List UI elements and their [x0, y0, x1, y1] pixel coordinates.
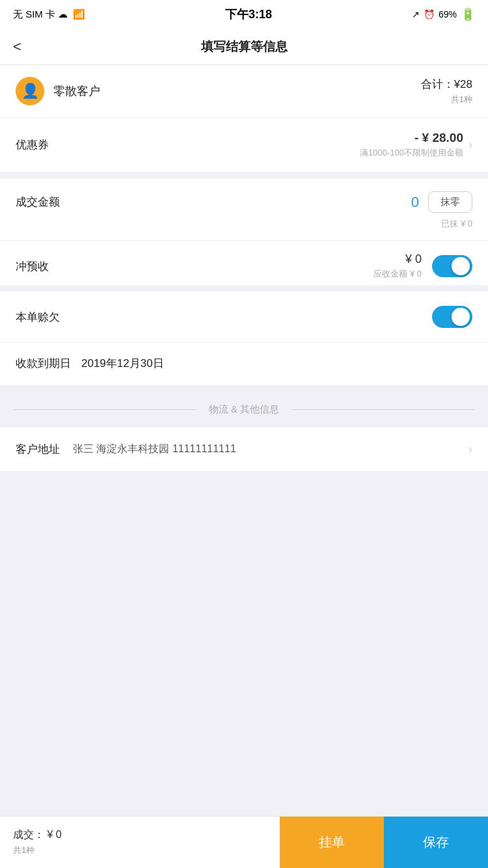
bottom-count-label: 共1种 [13, 845, 267, 856]
page-title: 填写结算等信息 [201, 38, 288, 55]
sim-text: 无 SIM 卡 ☁ [13, 8, 68, 21]
hang-button[interactable]: 挂单 [280, 817, 384, 868]
coupon-value: - ¥ 28.00 满1000-100不限制使用金额 [360, 131, 463, 159]
debt-row: 本单赊欠 [0, 292, 488, 342]
coupon-row[interactable]: 优惠券 - ¥ 28.00 满1000-100不限制使用金额 › [0, 117, 488, 172]
prepay-right: ¥ 0 应收金额 ¥ 0 [373, 252, 472, 280]
address-label: 客户地址 [16, 442, 60, 457]
customer-total: 合计：¥28 共1种 [421, 77, 472, 105]
customer-row: 👤 零散客户 合计：¥28 共1种 [0, 65, 488, 117]
prepay-sub: 应收金额 ¥ 0 [373, 268, 422, 280]
deal-amount: 0 [411, 194, 419, 211]
due-date-row: 收款到期日 2019年12月30日 [0, 342, 488, 385]
nav-bar: < 填写结算等信息 [0, 29, 488, 65]
customer-name: 零散客户 [53, 83, 100, 99]
status-time: 下午3:18 [225, 7, 272, 22]
due-label: 收款到期日 [16, 356, 71, 371]
divider-line-left [13, 409, 196, 410]
empty-space [0, 478, 488, 608]
prepay-toggle[interactable] [432, 255, 472, 277]
customer-section: 👤 零散客户 合计：¥28 共1种 优惠券 - ¥ 28.00 满1000-10… [0, 65, 488, 172]
address-value: 张三 海淀永丰科技园 11111111111 [73, 442, 468, 456]
divider-section: 物流 & 其他信息 [0, 392, 488, 427]
prepay-amount: ¥ 0 [373, 252, 422, 266]
chevron-right-icon: › [468, 442, 472, 456]
divider-text: 物流 & 其他信息 [209, 403, 279, 416]
coupon-discount: - ¥ 28.00 [360, 131, 463, 145]
total-count: 共1种 [421, 94, 472, 105]
coupon-desc: 满1000-100不限制使用金额 [360, 147, 463, 159]
divider-line-right [292, 409, 475, 410]
debt-label: 本单赊欠 [16, 310, 60, 325]
due-date: 2019年12月30日 [81, 356, 164, 371]
address-section: 客户地址 张三 海淀永丰科技园 11111111111 › [0, 427, 488, 471]
address-row[interactable]: 客户地址 张三 海淀永丰科技园 11111111111 › [0, 427, 488, 471]
debt-toggle[interactable] [432, 306, 472, 328]
deal-label: 成交金额 [16, 195, 60, 210]
coupon-right: - ¥ 28.00 满1000-100不限制使用金额 › [360, 131, 472, 159]
status-right: ↗ ⏰ 69% 🔋 [412, 7, 475, 21]
deal-sub: 已抹 ¥ 0 [0, 218, 488, 240]
deal-section: 成交金额 0 抹零 已抹 ¥ 0 冲预收 ¥ 0 应收金额 ¥ 0 [0, 178, 488, 285]
prepay-value: ¥ 0 应收金额 ¥ 0 [373, 252, 422, 280]
save-button[interactable]: 保存 [384, 817, 488, 868]
battery-text: 69% [439, 9, 457, 20]
prepay-label: 冲预收 [16, 259, 49, 274]
alarm-icon: ⏰ [424, 9, 435, 20]
customer-info: 👤 零散客户 [16, 77, 100, 105]
total-amount: 合计：¥28 [421, 77, 472, 92]
chevron-right-icon: › [468, 138, 472, 152]
deal-row: 成交金额 0 抹零 [0, 178, 488, 218]
wifi-icon: 📶 [73, 8, 85, 20]
bottom-bar: 成交： ¥ 0 共1种 挂单 保存 [0, 816, 488, 868]
coupon-label: 优惠券 [16, 137, 49, 152]
round-button[interactable]: 抹零 [428, 191, 472, 213]
location-icon: ↗ [412, 9, 420, 20]
bottom-deal-label: 成交： ¥ 0 [13, 828, 267, 842]
prepay-row: 冲预收 ¥ 0 应收金额 ¥ 0 [0, 240, 488, 285]
avatar: 👤 [16, 77, 44, 105]
address-chevron: › [468, 442, 472, 456]
debt-section: 本单赊欠 收款到期日 2019年12月30日 [0, 292, 488, 385]
deal-right: 0 抹零 [411, 191, 472, 213]
battery-icon: 🔋 [461, 7, 475, 21]
status-bar: 无 SIM 卡 ☁ 📶 下午3:18 ↗ ⏰ 69% 🔋 [0, 0, 488, 29]
back-button[interactable]: < [13, 38, 21, 55]
status-left: 无 SIM 卡 ☁ 📶 [13, 8, 85, 21]
bottom-info: 成交： ¥ 0 共1种 [0, 817, 280, 868]
